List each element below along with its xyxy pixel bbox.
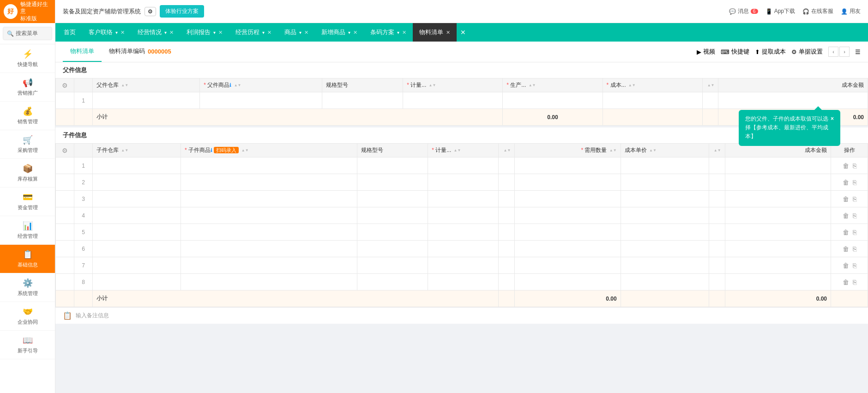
- close-icon[interactable]: ✕: [121, 30, 125, 36]
- child-row6-qty-unit[interactable]: [428, 241, 499, 257]
- copy-icon[interactable]: ⎘: [853, 229, 856, 236]
- sidebar-item-operations[interactable]: 📊 经营管理: [0, 216, 55, 245]
- copy-icon[interactable]: ⎘: [853, 162, 856, 169]
- close-icon[interactable]: ✕: [267, 30, 271, 36]
- delete-icon[interactable]: 🗑: [843, 195, 849, 203]
- child-row5-qty-unit[interactable]: [428, 224, 499, 241]
- child-row3-goods[interactable]: [181, 191, 357, 207]
- tab-home[interactable]: 首页: [57, 23, 82, 42]
- page-tab-code[interactable]: 物料清单编码 0000005: [102, 42, 179, 62]
- close-icon[interactable]: ✕: [304, 30, 308, 36]
- child-row6-required-qty[interactable]: [515, 241, 621, 257]
- tab-customer[interactable]: 客户联络 ▾ ✕: [82, 23, 131, 42]
- child-row1-required-qty[interactable]: [515, 157, 621, 174]
- note-placeholder[interactable]: 输入备注信息: [76, 312, 109, 320]
- child-row1-warehouse[interactable]: [93, 157, 181, 174]
- delete-icon[interactable]: 🗑: [843, 245, 849, 253]
- child-row6-unit-cost[interactable]: [621, 241, 709, 257]
- child-row4-goods[interactable]: [181, 207, 357, 224]
- close-icon[interactable]: ✕: [169, 30, 174, 36]
- child-row4-warehouse[interactable]: [93, 207, 181, 224]
- child-row2-unit-cost[interactable]: [621, 174, 709, 191]
- copy-icon[interactable]: ⎘: [853, 212, 856, 219]
- child-row3-required-qty[interactable]: [515, 191, 621, 207]
- child-row4-required-qty[interactable]: [515, 207, 621, 224]
- child-row1-spec[interactable]: [357, 157, 428, 174]
- child-row3-unit-cost[interactable]: [621, 191, 709, 207]
- child-row2-goods[interactable]: [181, 174, 357, 191]
- tab-operations-history[interactable]: 经营历程 ▾ ✕: [229, 23, 278, 42]
- sidebar-item-purchase[interactable]: 🛒 采购管理: [0, 130, 55, 159]
- child-row8-goods[interactable]: [181, 274, 357, 290]
- close-icon[interactable]: ✕: [446, 30, 450, 36]
- child-row7-spec[interactable]: [357, 257, 428, 274]
- close-icon[interactable]: ✕: [353, 30, 357, 36]
- child-row6-goods[interactable]: [181, 241, 357, 257]
- child-row2-spec[interactable]: [357, 174, 428, 191]
- search-menu-button[interactable]: 🔍 搜索菜单: [3, 27, 52, 40]
- app-download-btn[interactable]: 📱 App下载: [766, 7, 795, 15]
- delete-icon[interactable]: 🗑: [843, 212, 849, 219]
- user-btn[interactable]: 👤 用友: [841, 7, 861, 15]
- child-row3-spec[interactable]: [357, 191, 428, 207]
- settings-gear-icon[interactable]: ⚙: [62, 82, 68, 89]
- delete-icon[interactable]: 🗑: [843, 162, 849, 169]
- tab-barcode[interactable]: 条码方案 ▾ ✕: [364, 23, 413, 42]
- video-btn[interactable]: ▶ 视频: [697, 48, 715, 56]
- delete-icon[interactable]: 🗑: [843, 229, 849, 236]
- sidebar-item-marketing[interactable]: 📢 营销推广: [0, 73, 55, 102]
- next-btn[interactable]: ›: [839, 47, 850, 57]
- sidebar-item-inventory[interactable]: 📦 库存核算: [0, 159, 55, 187]
- parent-row1-production[interactable]: [503, 92, 603, 109]
- child-row5-unit-cost[interactable]: [621, 224, 709, 241]
- child-row3-qty-unit[interactable]: [428, 191, 499, 207]
- parent-row1-warehouse[interactable]: [93, 92, 200, 109]
- child-row5-goods[interactable]: [181, 224, 357, 241]
- copy-icon[interactable]: ⎘: [853, 195, 856, 203]
- parent-row1-qty-unit[interactable]: [403, 92, 503, 109]
- child-row5-spec[interactable]: [357, 224, 428, 241]
- list-view-btn[interactable]: ☰: [855, 48, 861, 55]
- copy-icon[interactable]: ⎘: [853, 179, 856, 186]
- child-row8-unit-cost[interactable]: [621, 274, 709, 290]
- scan-badge[interactable]: 扫码录入: [214, 147, 239, 153]
- child-row8-required-qty[interactable]: [515, 274, 621, 290]
- system-settings-btn[interactable]: ⚙: [145, 7, 156, 16]
- tab-bom[interactable]: 物料清单 ✕: [413, 23, 457, 42]
- parent-row1-spec[interactable]: [322, 92, 403, 109]
- child-row1-goods[interactable]: [181, 157, 357, 174]
- close-icon[interactable]: ✕: [218, 30, 223, 36]
- settings-gear-icon[interactable]: ⚙: [62, 147, 68, 154]
- child-row7-warehouse[interactable]: [93, 257, 181, 274]
- copy-icon[interactable]: ⎘: [853, 245, 856, 253]
- child-row8-qty-unit[interactable]: [428, 274, 499, 290]
- sidebar-item-cooperation[interactable]: 🤝 企业协同: [0, 302, 55, 331]
- sidebar-item-sales[interactable]: 💰 销售管理: [0, 102, 55, 130]
- copy-icon[interactable]: ⎘: [853, 278, 856, 286]
- single-setting-btn[interactable]: ⚙ 单据设置: [791, 48, 823, 56]
- experience-btn[interactable]: 体验行业方案: [160, 5, 204, 18]
- child-row2-qty-unit[interactable]: [428, 174, 499, 191]
- child-row8-warehouse[interactable]: [93, 274, 181, 290]
- child-row7-unit-cost[interactable]: [621, 257, 709, 274]
- online-service-btn[interactable]: 🎧 在线客服: [802, 7, 833, 15]
- child-row1-unit-cost[interactable]: [621, 157, 709, 174]
- delete-icon[interactable]: 🗑: [843, 179, 849, 186]
- sidebar-item-guide[interactable]: 📖 新手引导: [0, 331, 55, 359]
- child-row2-warehouse[interactable]: [93, 174, 181, 191]
- delete-icon[interactable]: 🗑: [843, 262, 849, 269]
- child-row4-qty-unit[interactable]: [428, 207, 499, 224]
- parent-row1-goods[interactable]: [200, 92, 322, 109]
- child-row5-required-qty[interactable]: [515, 224, 621, 241]
- page-tab-bom[interactable]: 物料清单: [63, 42, 102, 62]
- sidebar-item-basic-info[interactable]: 📋 基础信息: [0, 245, 55, 273]
- close-all-btn[interactable]: ✕: [460, 29, 466, 36]
- sidebar-item-system[interactable]: ⚙️ 系统管理: [0, 273, 55, 302]
- prev-btn[interactable]: ‹: [828, 47, 838, 57]
- message-btn[interactable]: 💬 消息 6: [729, 7, 758, 15]
- sidebar-item-finance[interactable]: 💳 资金管理: [0, 187, 55, 216]
- child-row7-required-qty[interactable]: [515, 257, 621, 274]
- copy-icon[interactable]: ⎘: [853, 262, 856, 269]
- child-row5-warehouse[interactable]: [93, 224, 181, 241]
- extract-cost-btn[interactable]: ⬆ 提取成本: [755, 48, 786, 56]
